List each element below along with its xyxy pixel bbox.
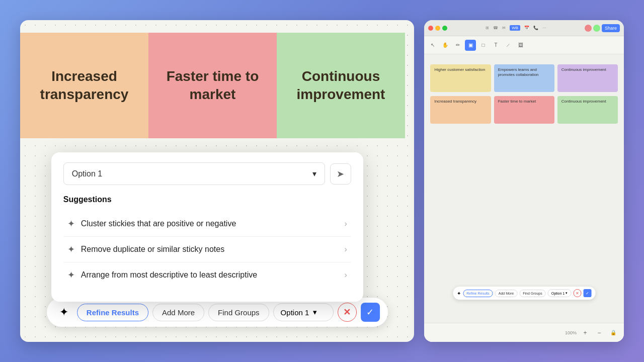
hand-tool[interactable]: ✋ <box>440 40 451 51</box>
line-tool[interactable]: ⟋ <box>503 40 514 51</box>
mini-sticky-faster: Faster time to market <box>494 96 554 124</box>
suggestion-item-2[interactable]: ✦ Remove duplicate or similar sticky not… <box>63 237 351 262</box>
option-toolbar-select[interactable]: Option 1 ▾ <box>273 303 334 321</box>
avatar <box>585 25 592 32</box>
dropdown-select-row: Option 1 ▾ ➤ <box>63 162 351 185</box>
share-button[interactable]: Share <box>602 24 620 32</box>
main-toolbar: ✦ Refine Results Add More Find Groups Op… <box>47 298 388 327</box>
sticky-card-improvement: Continuous improvement <box>277 33 405 138</box>
mini-chevron-icon: ▾ <box>566 291 568 295</box>
mini-sticky-satisfaction: Higher customer satisfaction <box>430 64 491 92</box>
cancel-button[interactable]: ✕ <box>338 303 357 322</box>
app-nav-item[interactable]: ☎ <box>493 26 498 30</box>
refine-results-button[interactable]: Refine Results <box>77 304 148 321</box>
option-select[interactable]: Option 1 ▾ <box>63 162 325 185</box>
mini-option-select[interactable]: Option 1 ▾ <box>548 289 571 297</box>
app-nav-item[interactable]: ✉ <box>502 26 506 30</box>
suggestions-label: Suggestions <box>63 195 351 204</box>
sparkle-icon-2: ✦ <box>67 244 75 255</box>
app-nav-item[interactable]: 📅 <box>524 26 529 30</box>
whiteboard-panel: Increased transparency Faster time to ma… <box>20 20 414 342</box>
sparkle-icon-1: ✦ <box>67 218 75 229</box>
mini-refine-button[interactable]: Refine Results <box>463 290 493 297</box>
sparkle-button[interactable]: ✦ <box>55 303 73 321</box>
mini-add-more-button[interactable]: Add More <box>495 290 517 297</box>
sticky-tool[interactable]: ▣ <box>465 40 476 51</box>
chevron-right-icon-1: › <box>344 219 347 228</box>
chevron-down-icon: ▾ <box>312 169 316 178</box>
send-icon: ➤ <box>337 168 344 179</box>
suggestion-item-3[interactable]: ✦ Arrange from most descriptive to least… <box>63 262 351 288</box>
app-bottom-toolbar: 100% + − 🔒 <box>424 323 624 342</box>
app-nav-item[interactable]: WB <box>510 25 520 31</box>
image-tool[interactable]: 🖼 <box>515 40 526 51</box>
main-container: Increased transparency Faster time to ma… <box>20 20 624 342</box>
find-groups-button[interactable]: Find Groups <box>208 304 269 321</box>
check-icon: ✓ <box>366 307 374 318</box>
app-canvas: Higher customer satisfaction Empowers te… <box>424 54 624 323</box>
mini-confirm-button[interactable]: ✓ <box>583 289 591 297</box>
sparkle-icon-3: ✦ <box>67 269 75 281</box>
traffic-light-maximize[interactable] <box>442 26 447 31</box>
zoom-level: 100% <box>565 330 577 335</box>
zoom-out-icon[interactable]: − <box>594 327 605 338</box>
app-nav-item[interactable]: 📞 <box>533 26 538 30</box>
mini-sticky-continuous-1: Continuous improvement <box>557 64 618 92</box>
confirm-button[interactable]: ✓ <box>361 303 380 322</box>
text-tool[interactable]: T <box>490 40 501 51</box>
app-panel: ⊞ ☎ ✉ WB 📅 📞 ⋯ Share ↖ ✋ ✏ ▣ □ T ⟋ 🖼 <box>424 20 624 342</box>
avatar <box>593 25 600 32</box>
lock-icon[interactable]: 🔒 <box>608 327 619 338</box>
chevron-right-icon-2: › <box>344 245 347 254</box>
app-nav-item[interactable]: ⊞ <box>486 26 489 30</box>
app-topbar: ⊞ ☎ ✉ WB 📅 📞 ⋯ Share <box>424 20 624 36</box>
mini-sticky-transparency: Increased transparency <box>430 96 491 124</box>
suggestion-item-1[interactable]: ✦ Cluster stickies that are positive or … <box>63 211 351 237</box>
pen-tool[interactable]: ✏ <box>452 40 463 51</box>
mini-sticky-grid-2: Increased transparency Faster time to ma… <box>430 96 618 124</box>
mini-sticky-grid-1: Higher customer satisfaction Empowers te… <box>430 64 618 92</box>
traffic-light-minimize[interactable] <box>435 26 440 31</box>
shape-tool[interactable]: □ <box>477 40 489 51</box>
mini-find-groups-button[interactable]: Find Groups <box>519 290 546 297</box>
chevron-right-icon-3: › <box>344 270 347 280</box>
app-toolbar-row: ↖ ✋ ✏ ▣ □ T ⟋ 🖼 <box>424 36 624 54</box>
sparkle-toolbar-icon: ✦ <box>59 306 68 319</box>
mini-sparkle-icon: ✦ <box>457 291 461 296</box>
app-nav-item[interactable]: ⋯ <box>542 26 546 30</box>
mini-sticky-empowers: Empowers teams and promotes collaboratio… <box>494 64 554 92</box>
mini-toolbar-widget: ✦ Refine Results Add More Find Groups Op… <box>453 287 595 300</box>
sticky-cards-row: Increased transparency Faster time to ma… <box>20 33 405 138</box>
sticky-card-transparency: Increased transparency <box>20 33 148 138</box>
traffic-light-close[interactable] <box>428 26 433 31</box>
add-more-button[interactable]: Add More <box>152 304 204 321</box>
send-button[interactable]: ➤ <box>330 163 351 185</box>
dropdown-panel: Option 1 ▾ ➤ Suggestions ✦ Cluster stick… <box>51 152 363 302</box>
x-icon: ✕ <box>343 307 351 318</box>
chevron-down-toolbar-icon: ▾ <box>313 308 317 317</box>
mini-sticky-continuous-2: Continuous improvement <box>557 96 618 124</box>
select-tool[interactable]: ↖ <box>427 40 438 51</box>
mini-cancel-button[interactable]: ✕ <box>573 289 581 297</box>
zoom-in-icon[interactable]: + <box>580 327 591 338</box>
sticky-card-faster: Faster time to market <box>148 33 277 138</box>
